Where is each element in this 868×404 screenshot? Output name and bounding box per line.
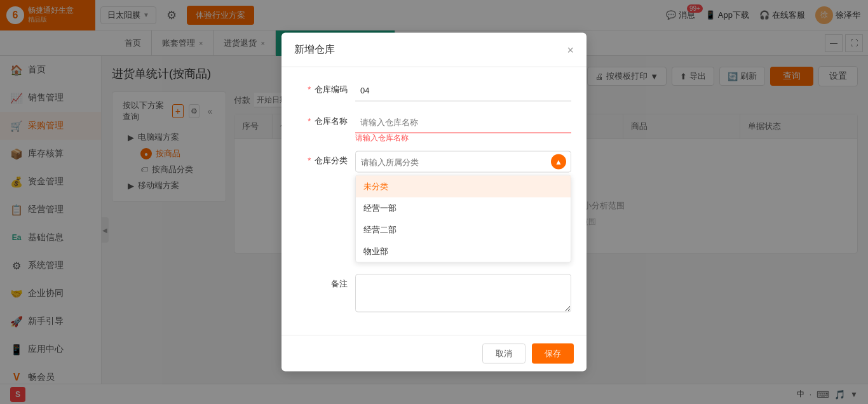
code-label: * 仓库编码 bbox=[297, 80, 348, 95]
warehouse-category-row: * 仓库分类 ▲ 未分类 经营一部 经营二部 物业部 bbox=[297, 151, 571, 173]
name-label: * 仓库名称 bbox=[297, 112, 348, 127]
category-dropdown: 未分类 经营一部 经营二部 物业部 bbox=[355, 175, 571, 263]
modal-header: 新增仓库 × bbox=[281, 33, 587, 67]
modal-close-button[interactable]: × bbox=[567, 44, 574, 55]
dropdown-item-property[interactable]: 物业部 bbox=[356, 241, 571, 262]
dropdown-item-uncategorized[interactable]: 未分类 bbox=[356, 176, 571, 198]
modal-title: 新增仓库 bbox=[294, 43, 335, 57]
category-select-wrap: ▲ 未分类 经营一部 经营二部 物业部 bbox=[355, 151, 571, 173]
category-dropdown-toggle[interactable]: ▲ bbox=[551, 154, 566, 170]
save-button[interactable]: 保存 bbox=[532, 344, 574, 364]
category-input[interactable] bbox=[355, 151, 571, 173]
notes-label: 备注 bbox=[297, 274, 348, 290]
cancel-button[interactable]: 取消 bbox=[482, 344, 526, 364]
warehouse-code-input[interactable] bbox=[355, 80, 571, 102]
warehouse-name-row: * 仓库名称 请输入仓库名称 bbox=[297, 112, 571, 133]
category-label: * 仓库分类 bbox=[297, 151, 348, 166]
add-warehouse-modal: 新增仓库 × * 仓库编码 * 仓库名称 请输入仓库名称 * 仓库分类 bbox=[281, 33, 587, 372]
modal-body: * 仓库编码 * 仓库名称 请输入仓库名称 * 仓库分类 ▲ bbox=[281, 67, 587, 335]
name-error-message: 请输入仓库名称 bbox=[355, 133, 409, 144]
modal-footer: 取消 保存 bbox=[281, 335, 587, 372]
warehouse-notes-row: 备注 bbox=[297, 274, 571, 313]
warehouse-code-row: * 仓库编码 bbox=[297, 80, 571, 102]
warehouse-name-input[interactable] bbox=[355, 112, 571, 133]
dropdown-item-ops2[interactable]: 经营二部 bbox=[356, 219, 571, 241]
dropdown-item-ops1[interactable]: 经营一部 bbox=[356, 198, 571, 219]
warehouse-notes-input[interactable] bbox=[355, 274, 571, 313]
